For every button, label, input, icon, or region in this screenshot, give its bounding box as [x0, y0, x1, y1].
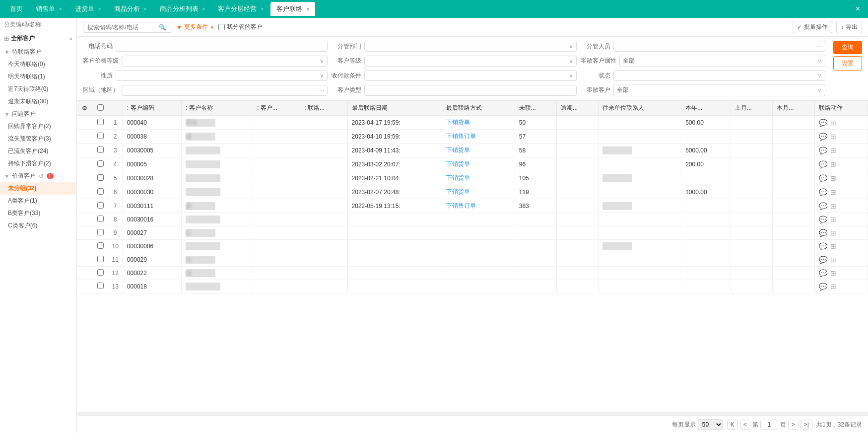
row-checkbox[interactable] [97, 146, 104, 153]
sidebar-value-group-item[interactable]: A类客户(1) [0, 195, 76, 207]
grid-icon[interactable]: ⊞ [830, 146, 836, 154]
price-grade-select[interactable]: ∨ [122, 56, 328, 67]
filter-search-icon[interactable]: 🔍 [159, 24, 166, 31]
chat-icon[interactable]: 💬 [819, 160, 827, 168]
grid-icon[interactable]: ⊞ [830, 269, 836, 277]
row-checkbox[interactable] [97, 269, 104, 276]
pending-contact-group[interactable]: ▼ 待联络客户 [0, 46, 76, 58]
last-method-link[interactable]: 下销货单 [446, 174, 470, 181]
customer-type-input[interactable] [364, 85, 576, 96]
chat-icon[interactable]: 💬 [819, 229, 827, 237]
nav-tab-销售单[interactable]: 销售单 × [30, 2, 68, 16]
row-checkbox[interactable] [97, 256, 104, 262]
close-tab-icon[interactable]: × [261, 6, 264, 12]
row-checkbox-cell[interactable] [93, 213, 108, 226]
grid-icon[interactable]: ⊞ [830, 242, 836, 250]
problem-customers-group[interactable]: ▼ 问题客户 [0, 108, 76, 120]
chat-icon[interactable]: 💬 [819, 188, 827, 196]
chat-icon[interactable]: 💬 [819, 216, 827, 223]
bulk-ops-btn[interactable]: ✓ 批量操作 [793, 21, 832, 33]
sidebar-problem-item[interactable]: 已流失客户(24) [0, 145, 76, 157]
dept-select[interactable]: ∨ [364, 41, 576, 52]
chat-icon[interactable]: 💬 [819, 256, 827, 264]
row-checkbox-cell[interactable] [93, 226, 108, 240]
filter-search-box[interactable]: 🔍 [83, 22, 172, 33]
row-checkbox[interactable] [97, 229, 104, 235]
last-method-link[interactable]: 下销售订单 [446, 202, 476, 209]
grid-icon[interactable]: ⊞ [830, 256, 836, 264]
value-customers-group[interactable]: ▼ 价值客户 ↺ F [0, 170, 76, 182]
close-tab-icon[interactable]: × [98, 6, 101, 12]
sidebar-pending-item[interactable]: 逾期未联络(30) [0, 95, 76, 108]
first-page-btn[interactable]: K [727, 420, 738, 430]
row-checkbox-cell[interactable] [93, 185, 108, 199]
sidebar-pending-item[interactable]: 明天待联络(1) [0, 71, 76, 83]
row-checkbox-cell[interactable] [93, 280, 108, 293]
retail-attr-select[interactable]: 全部∨ [619, 55, 825, 67]
grid-icon[interactable]: ⊞ [830, 188, 836, 196]
status-select[interactable]: ∨ [613, 70, 825, 81]
my-customers-check[interactable] [218, 24, 225, 30]
row-checkbox-cell[interactable] [93, 253, 108, 267]
last-method-link[interactable]: 下销售订单 [446, 133, 476, 140]
close-tab-icon[interactable]: × [144, 6, 147, 12]
row-checkbox[interactable] [97, 160, 104, 167]
chat-icon[interactable]: 💬 [819, 202, 827, 210]
chat-icon[interactable]: 💬 [819, 146, 827, 154]
all-customers-header[interactable]: ⊞ 全部客户 « [0, 31, 76, 46]
close-tab-icon[interactable]: × [306, 6, 309, 12]
nav-tab-首页[interactable]: 首页 [4, 2, 29, 16]
row-checkbox[interactable] [97, 202, 104, 209]
close-tab-icon[interactable]: × [59, 6, 62, 12]
person-select[interactable]: ··· [613, 41, 825, 52]
row-checkbox[interactable] [97, 242, 104, 249]
horizontal-scrollbar[interactable] [77, 412, 868, 416]
col-checkbox[interactable] [93, 101, 108, 116]
grid-icon[interactable]: ⊞ [830, 202, 836, 210]
row-checkbox-cell[interactable] [93, 144, 108, 157]
more-conditions-btn[interactable]: ▼ 更多条件 ∧ [176, 23, 214, 31]
customer-grade-select[interactable]: ∨ [364, 56, 576, 67]
chat-icon[interactable]: 💬 [819, 174, 827, 182]
page-size-select[interactable]: 50 100 200 [698, 419, 723, 430]
payment-select[interactable]: ∨ [364, 70, 576, 81]
grid-icon[interactable]: ⊞ [830, 174, 836, 182]
next-page-btn[interactable]: > [788, 420, 799, 430]
close-tab-icon[interactable]: × [202, 6, 205, 12]
sidebar-problem-item[interactable]: 流失预警客户(3) [0, 133, 76, 145]
grid-icon[interactable]: ⊞ [830, 283, 836, 290]
last-method-link[interactable]: 下销货单 [446, 146, 470, 153]
refresh-icon[interactable]: ↺ [39, 173, 44, 180]
grid-icon[interactable]: ⊞ [830, 133, 836, 141]
current-page-input[interactable] [760, 420, 778, 430]
sidebar-problem-item[interactable]: 持续下滑客户(2) [0, 157, 76, 170]
grid-icon[interactable]: ⊞ [830, 229, 836, 237]
sidebar-pending-item[interactable]: 近7天待联络(0) [0, 83, 76, 95]
last-method-link[interactable]: 下销货单 [446, 160, 470, 167]
nav-tab-客户分层经营[interactable]: 客户分层经营 × [212, 2, 269, 16]
window-close-btn[interactable]: × [852, 4, 864, 13]
last-page-btn[interactable]: >| [801, 420, 812, 430]
nav-tab-商品分析[interactable]: 商品分析 × [108, 2, 153, 16]
chat-icon[interactable]: 💬 [819, 269, 827, 277]
row-checkbox[interactable] [97, 283, 104, 289]
sidebar-value-group-item[interactable]: B类客户(33) [0, 207, 76, 219]
row-checkbox-cell[interactable] [93, 130, 108, 144]
gear-settings-icon[interactable]: ⚙ [82, 105, 87, 112]
last-method-link[interactable]: 下销货单 [446, 119, 470, 126]
query-button[interactable]: 查询 [833, 41, 862, 54]
chat-icon[interactable]: 💬 [819, 242, 827, 250]
retail-customer-select[interactable]: 全部∨ [613, 84, 825, 96]
sidebar-pending-item[interactable]: 今天待联络(0) [0, 58, 76, 71]
grid-icon[interactable]: ⊞ [830, 119, 836, 127]
my-customers-checkbox[interactable]: 我分管的客户 [218, 23, 263, 31]
last-method-link[interactable]: 下销货单 [446, 188, 470, 195]
sidebar-problem-item[interactable]: 回购异常客户(2) [0, 120, 76, 133]
nav-tab-客户联络[interactable]: 客户联络 × [270, 2, 315, 16]
row-checkbox-cell[interactable] [93, 267, 108, 280]
export-btn[interactable]: ↓ 导出 [836, 21, 862, 33]
sidebar-search-input[interactable] [4, 21, 77, 28]
col-gear[interactable]: ⚙ [77, 101, 93, 116]
row-checkbox[interactable] [97, 119, 104, 125]
select-all-checkbox[interactable] [97, 104, 104, 111]
